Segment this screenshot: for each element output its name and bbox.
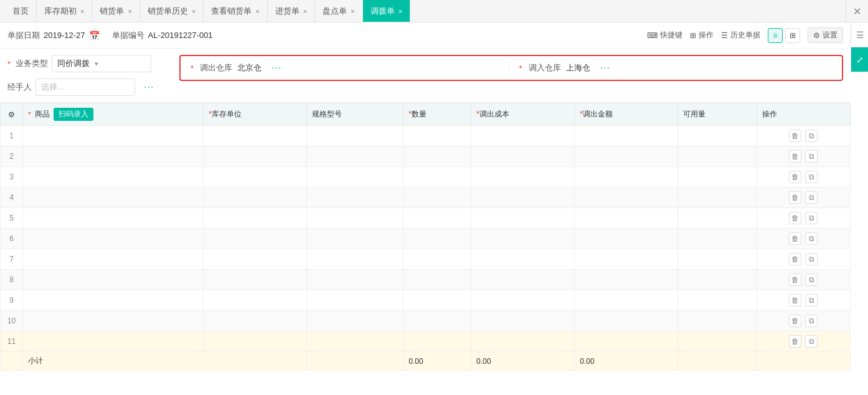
- tab-inventory-check[interactable]: 盘点单×: [315, 0, 362, 22]
- cell-unit-1[interactable]: [204, 126, 307, 146]
- tab-purchase-order[interactable]: 进货单×: [268, 0, 315, 22]
- cell-quantity-6[interactable]: [403, 229, 471, 249]
- cell-spec-8[interactable]: [307, 270, 403, 290]
- cell-unit-11[interactable]: [204, 331, 307, 352]
- tab-view-sales[interactable]: 查看销货单×: [204, 0, 267, 22]
- cell-amount-10[interactable]: [575, 311, 678, 331]
- handler-select[interactable]: 选择...: [35, 79, 135, 96]
- cell-product-4[interactable]: [23, 188, 204, 208]
- cell-available-8[interactable]: [678, 270, 757, 290]
- cell-quantity-9[interactable]: [403, 290, 471, 311]
- cell-amount-11[interactable]: [575, 331, 678, 352]
- cell-available-10[interactable]: [678, 311, 757, 331]
- delete-icon-6[interactable]: 🗑: [789, 232, 801, 245]
- cell-available-5[interactable]: [678, 208, 757, 229]
- delete-icon-10[interactable]: 🗑: [789, 315, 801, 327]
- cell-available-3[interactable]: [678, 167, 757, 188]
- tab-sales-history[interactable]: 销货单历史×: [140, 0, 204, 22]
- settings-button[interactable]: ⚙ 设置: [808, 27, 843, 43]
- toolbar-icon-list[interactable]: ≡: [768, 28, 783, 43]
- window-close-button[interactable]: ✕: [846, 0, 868, 22]
- copy-icon-9[interactable]: ⧉: [805, 294, 818, 307]
- cell-amount-7[interactable]: [575, 249, 678, 270]
- cell-quantity-4[interactable]: [403, 188, 471, 208]
- delete-icon-8[interactable]: 🗑: [789, 274, 801, 286]
- sidebar-list-icon[interactable]: ☰: [851, 22, 868, 47]
- cell-quantity-2[interactable]: [403, 146, 471, 167]
- tab-close-sales-history[interactable]: ×: [192, 7, 196, 15]
- cell-quantity-8[interactable]: [403, 270, 471, 290]
- tab-close-purchase-order[interactable]: ×: [303, 7, 307, 15]
- history-button[interactable]: ☰ 历史单据: [721, 30, 760, 40]
- cell-available-2[interactable]: [678, 146, 757, 167]
- cell-spec-11[interactable]: [307, 331, 403, 352]
- tab-inventory-init[interactable]: 库存期初×: [37, 0, 92, 22]
- cell-spec-7[interactable]: [307, 249, 403, 270]
- cell-cost-9[interactable]: [471, 290, 575, 311]
- cell-cost-3[interactable]: [471, 167, 575, 188]
- cell-product-2[interactable]: [23, 146, 204, 167]
- tab-close-sales-order[interactable]: ×: [128, 7, 131, 15]
- cell-unit-6[interactable]: [204, 229, 307, 249]
- copy-icon-5[interactable]: ⧉: [805, 212, 818, 224]
- cell-cost-11[interactable]: [471, 331, 575, 352]
- cell-amount-8[interactable]: [575, 270, 678, 290]
- cell-product-7[interactable]: [23, 249, 204, 270]
- cell-available-4[interactable]: [678, 188, 757, 208]
- copy-icon-4[interactable]: ⧉: [805, 191, 818, 204]
- operation-button[interactable]: ⊞ 操作: [690, 30, 714, 40]
- cell-available-7[interactable]: [678, 249, 757, 270]
- cell-amount-4[interactable]: [575, 188, 678, 208]
- tab-close-transfer-order[interactable]: ×: [399, 7, 402, 15]
- delete-icon-7[interactable]: 🗑: [789, 253, 801, 265]
- business-type-select[interactable]: 同价调拨 ▾: [52, 55, 151, 72]
- cell-product-6[interactable]: [23, 229, 204, 249]
- cell-spec-4[interactable]: [307, 188, 403, 208]
- cell-product-3[interactable]: [23, 167, 204, 188]
- delete-icon-3[interactable]: 🗑: [789, 171, 801, 183]
- cell-amount-9[interactable]: [575, 290, 678, 311]
- toolbar-icon-grid[interactable]: ⊞: [785, 28, 800, 43]
- copy-icon-1[interactable]: ⧉: [805, 130, 818, 142]
- copy-icon-3[interactable]: ⧉: [805, 171, 818, 183]
- cell-amount-5[interactable]: [575, 208, 678, 229]
- tab-close-inventory-check[interactable]: ×: [351, 7, 354, 15]
- cell-spec-6[interactable]: [307, 229, 403, 249]
- cell-available-6[interactable]: [678, 229, 757, 249]
- cell-cost-7[interactable]: [471, 249, 575, 270]
- cell-cost-1[interactable]: [471, 126, 575, 146]
- cell-cost-6[interactable]: [471, 229, 575, 249]
- cell-product-5[interactable]: [23, 208, 204, 229]
- transfer-out-more-button[interactable]: ···: [271, 62, 281, 74]
- cell-spec-3[interactable]: [307, 167, 403, 188]
- cell-unit-10[interactable]: [204, 311, 307, 331]
- cell-cost-5[interactable]: [471, 208, 575, 229]
- delete-icon-9[interactable]: 🗑: [789, 294, 801, 307]
- cell-unit-9[interactable]: [204, 290, 307, 311]
- tab-home[interactable]: 首页: [5, 0, 37, 22]
- cell-amount-6[interactable]: [575, 229, 678, 249]
- calendar-icon[interactable]: 📅: [89, 31, 100, 40]
- cell-unit-7[interactable]: [204, 249, 307, 270]
- cell-spec-2[interactable]: [307, 146, 403, 167]
- cell-unit-4[interactable]: [204, 188, 307, 208]
- cell-product-1[interactable]: [23, 126, 204, 146]
- cell-quantity-11[interactable]: [403, 331, 471, 352]
- cell-quantity-3[interactable]: [403, 167, 471, 188]
- cell-spec-1[interactable]: [307, 126, 403, 146]
- cell-cost-10[interactable]: [471, 311, 575, 331]
- cell-product-8[interactable]: [23, 270, 204, 290]
- delete-icon-11[interactable]: 🗑: [789, 335, 801, 348]
- cell-available-9[interactable]: [678, 290, 757, 311]
- copy-icon-11[interactable]: ⧉: [805, 335, 818, 348]
- handler-more-button[interactable]: ···: [144, 82, 154, 93]
- copy-icon-6[interactable]: ⧉: [805, 232, 818, 245]
- copy-icon-7[interactable]: ⧉: [805, 253, 818, 265]
- cell-unit-3[interactable]: [204, 167, 307, 188]
- copy-icon-2[interactable]: ⧉: [805, 150, 818, 163]
- tab-sales-order[interactable]: 销货单×: [92, 0, 139, 22]
- tab-close-view-sales[interactable]: ×: [255, 7, 259, 15]
- cell-cost-4[interactable]: [471, 188, 575, 208]
- cell-spec-9[interactable]: [307, 290, 403, 311]
- tab-close-inventory-init[interactable]: ×: [80, 7, 84, 15]
